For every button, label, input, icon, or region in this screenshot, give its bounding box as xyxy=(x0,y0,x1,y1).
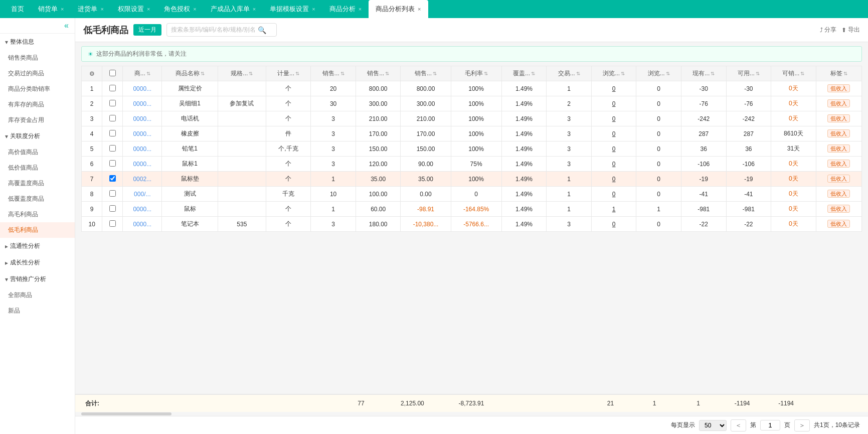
sidebar-group-growth[interactable]: ▸ 成长性分析 xyxy=(0,254,75,271)
col-spec[interactable]: 规格...⇅ xyxy=(218,66,266,81)
table-row[interactable]: 9 0000... 鼠标 个 1 60.00 -98.91 -164.85% 1… xyxy=(82,202,862,217)
table-row[interactable]: 8 000/... 测试 千克 10 100.00 0.00 0 1.49% 1… xyxy=(82,187,862,202)
cell-view1[interactable]: 0 xyxy=(591,141,636,157)
page-number-input[interactable] xyxy=(760,420,780,430)
nav-template[interactable]: 单据模板设置 × xyxy=(263,0,322,18)
row-checkbox[interactable] xyxy=(109,85,116,91)
cell-view1[interactable]: 1 xyxy=(591,202,636,217)
search-box[interactable]: 搜索条形码/编码/名称/规格/别名 🔍 xyxy=(166,23,277,37)
sidebar-item-category-rate[interactable]: 商品分类助销率 xyxy=(0,81,75,97)
sidebar-group-marketing[interactable]: ▾ 营销推广分析 xyxy=(0,271,75,287)
cell-checkbox[interactable] xyxy=(102,141,123,157)
cell-checkbox[interactable] xyxy=(102,172,123,187)
cell-view1[interactable]: 0 xyxy=(591,187,636,202)
sidebar-item-low-value[interactable]: 低价值商品 xyxy=(0,160,75,176)
close-icon[interactable]: × xyxy=(147,6,150,12)
close-icon[interactable]: × xyxy=(312,6,315,12)
row-checkbox[interactable] xyxy=(109,205,116,212)
col-view2[interactable]: 浏览...⇅ xyxy=(636,66,681,81)
cell-view1[interactable]: 0 xyxy=(591,96,636,111)
col-tag[interactable]: 标签⇅ xyxy=(816,66,861,81)
col-sales-qty[interactable]: 销售...⇅ xyxy=(311,66,356,81)
sidebar-item-low-coverage[interactable]: 低覆盖度商品 xyxy=(0,191,75,207)
table-row[interactable]: 3 0000... 电话机 个 3 210.00 210.00 100% 1.4… xyxy=(82,111,862,126)
col-sales-price[interactable]: 销售...⇅ xyxy=(356,66,401,81)
share-button[interactable]: ⤴ 分享 xyxy=(820,26,836,34)
sidebar-group-overall[interactable]: ▾ 整体信息 xyxy=(0,34,75,50)
sidebar-item-high-margin[interactable]: 高毛利商品 xyxy=(0,207,75,222)
row-checkbox[interactable] xyxy=(109,175,116,182)
row-checkbox[interactable] xyxy=(109,220,116,227)
row-checkbox[interactable] xyxy=(109,130,116,136)
cell-checkbox[interactable] xyxy=(102,111,123,126)
close-icon[interactable]: × xyxy=(253,6,256,12)
cell-checkbox[interactable] xyxy=(102,81,123,96)
horizontal-scrollbar[interactable] xyxy=(81,412,171,415)
cell-view1[interactable]: 0 xyxy=(591,111,636,126)
table-row[interactable]: 10 0000... 笔记本 535 个 3 180.00 -10,380...… xyxy=(82,217,862,232)
cell-checkbox[interactable] xyxy=(102,202,123,217)
table-row[interactable]: 5 0000... 铅笔1 个,千克 3 150.00 150.00 100% … xyxy=(82,141,862,157)
sidebar-item-all-products[interactable]: 全部商品 xyxy=(0,287,75,303)
close-icon[interactable]: × xyxy=(359,6,362,12)
nav-product-analysis-list[interactable]: 商品分析列表 × xyxy=(369,0,428,18)
sidebar-item-new-products[interactable]: 新品 xyxy=(0,303,75,319)
sidebar-item-traded-products[interactable]: 交易过的商品 xyxy=(0,66,75,81)
col-transaction[interactable]: 交易...⇅ xyxy=(547,66,592,81)
per-page-select[interactable]: 50 100 xyxy=(699,420,727,431)
cell-view1[interactable]: 0 xyxy=(591,126,636,141)
col-available[interactable]: 可用...⇅ xyxy=(726,66,771,81)
search-icon[interactable]: 🔍 xyxy=(258,26,266,34)
col-name[interactable]: 商品名称⇅ xyxy=(162,66,218,81)
sidebar-group-circulation[interactable]: ▸ 流通性分析 xyxy=(0,238,75,254)
nav-product-analysis[interactable]: 商品分析 × xyxy=(322,0,369,18)
row-checkbox[interactable] xyxy=(109,115,116,121)
filter-period-button[interactable]: 近一月 xyxy=(133,24,161,36)
col-code[interactable]: 商...⇅ xyxy=(123,66,162,81)
table-row[interactable]: 2 0000... 吴细细1 参加复试 个 30 300.00 300.00 1… xyxy=(82,96,862,111)
cell-checkbox[interactable] xyxy=(102,96,123,111)
sidebar-item-high-coverage[interactable]: 高覆盖度商品 xyxy=(0,176,75,191)
cell-checkbox[interactable] xyxy=(102,187,123,202)
nav-sales[interactable]: 销货单 × xyxy=(31,0,71,18)
sidebar-collapse-btn[interactable]: « xyxy=(62,21,71,30)
nav-home[interactable]: 首页 xyxy=(4,0,31,18)
col-coverage[interactable]: 覆盖...⇅ xyxy=(501,66,547,81)
row-checkbox[interactable] xyxy=(109,100,116,106)
select-all-checkbox[interactable] xyxy=(109,70,116,76)
col-settings[interactable]: ⚙ xyxy=(82,66,102,81)
nav-role[interactable]: 角色授权 × xyxy=(157,0,203,18)
nav-purchase[interactable]: 进货单 × xyxy=(71,0,110,18)
export-button[interactable]: ⬆ 导出 xyxy=(841,26,860,34)
cell-checkbox[interactable] xyxy=(102,217,123,232)
col-unit[interactable]: 计量...⇅ xyxy=(266,66,311,81)
close-icon[interactable]: × xyxy=(193,6,196,12)
sidebar-item-high-value[interactable]: 高价值商品 xyxy=(0,144,75,160)
cell-checkbox[interactable] xyxy=(102,157,123,172)
row-checkbox[interactable] xyxy=(109,160,116,167)
close-icon[interactable]: × xyxy=(61,6,64,12)
table-row[interactable]: 1 0000... 属性定价 个 20 800.00 800.00 100% 1… xyxy=(82,81,862,96)
cell-checkbox[interactable] xyxy=(102,126,123,141)
col-sales-profit[interactable]: 销售...⇅ xyxy=(401,66,451,81)
row-checkbox[interactable] xyxy=(109,145,116,152)
next-page-button[interactable]: ＞ xyxy=(794,419,810,431)
cell-view1[interactable]: 0 xyxy=(591,81,636,96)
prev-page-button[interactable]: ＜ xyxy=(731,419,746,431)
cell-view1[interactable]: 0 xyxy=(591,172,636,187)
col-view1[interactable]: 浏览...⇅ xyxy=(591,66,636,81)
nav-permission[interactable]: 权限设置 × xyxy=(111,0,157,18)
col-current[interactable]: 现有...⇅ xyxy=(681,66,727,81)
table-row[interactable]: 4 0000... 橡皮擦 件 3 170.00 170.00 100% 1.4… xyxy=(82,126,862,141)
nav-product-in[interactable]: 产成品入库单 × xyxy=(204,0,263,18)
table-row[interactable]: 7 0002... 鼠标垫 个 1 35.00 35.00 100% 1.49%… xyxy=(82,172,862,187)
sidebar-item-inventory-products[interactable]: 有库存的商品 xyxy=(0,97,75,112)
cell-view1[interactable]: 0 xyxy=(591,217,636,232)
cell-view1[interactable]: 0 xyxy=(591,157,636,172)
sidebar-item-low-margin[interactable]: 低毛利商品 xyxy=(0,222,75,238)
table-row[interactable]: 6 0000... 鼠标1 个 3 120.00 90.00 75% 1.49%… xyxy=(82,157,862,172)
close-icon[interactable]: × xyxy=(418,6,421,12)
col-gross-margin[interactable]: 毛利率⇅ xyxy=(451,66,501,81)
sidebar-group-correlation[interactable]: ▾ 关联度分析 xyxy=(0,128,75,144)
close-icon[interactable]: × xyxy=(100,6,103,12)
